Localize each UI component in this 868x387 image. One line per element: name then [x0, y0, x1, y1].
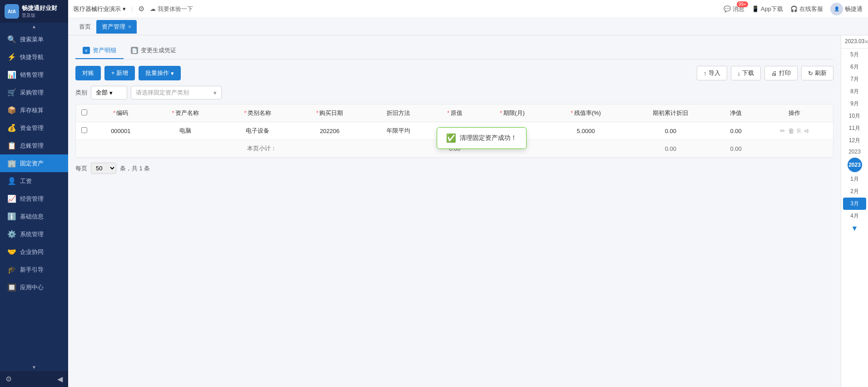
experience-icon: ☁: [150, 5, 156, 12]
cell-name: 电脑: [149, 122, 222, 140]
col-code: *编码: [92, 104, 149, 122]
support-icon: 🎧: [790, 5, 798, 12]
refresh-button[interactable]: ↻ 刷新: [801, 66, 833, 80]
filter-asset-type-placeholder: 请选择固定资产类别: [136, 89, 189, 97]
content-main: ≡ 资产明细 📄 变更生成凭证 对账 + 新增: [68, 35, 841, 387]
more-icon[interactable]: ⊲: [804, 127, 809, 134]
sidebar-item-payroll[interactable]: 👤 工资: [0, 172, 68, 190]
cell-residual-rate: 5.0000: [546, 122, 625, 140]
sidebar-item-search[interactable]: 🔍 搜索菜单: [0, 30, 68, 48]
tab-home[interactable]: 首页: [75, 20, 94, 34]
sidebar-item-label: 搜索菜单: [20, 35, 44, 44]
col-period: *期限(月): [478, 104, 546, 122]
month-4[interactable]: 4月: [843, 210, 866, 222]
company-name: 医疗器械行业演示: [74, 5, 121, 13]
toolbar-left: 对账 + 新增 批量操作 ▾: [75, 66, 181, 80]
month-7[interactable]: 7月: [843, 73, 866, 85]
sidebar-item-collab[interactable]: 🤝 企业协同: [0, 243, 68, 261]
month-2[interactable]: 2月: [843, 185, 866, 198]
month-5[interactable]: 5月: [843, 49, 866, 61]
edit-icon[interactable]: ✏: [780, 127, 785, 134]
delete-icon[interactable]: 🗑: [788, 127, 794, 134]
sidebar-item-quick-nav[interactable]: ⚡ 快捷导航: [0, 48, 68, 66]
sidebar-item-ops[interactable]: 📈 经营管理: [0, 190, 68, 208]
sub-tab-asset-list[interactable]: ≡ 资产明细: [75, 43, 124, 59]
sidebar-item-funds[interactable]: 💰 资金管理: [0, 119, 68, 137]
batch-ops-label: 批量操作: [145, 69, 169, 77]
row-checkbox[interactable]: [81, 127, 87, 133]
sidebar-scroll-up[interactable]: ▲: [0, 23, 68, 30]
filter-category-value: 全部: [96, 89, 108, 97]
sidebar-item-guide[interactable]: 🎓 新手引导: [0, 261, 68, 278]
sidebar: AtA 畅捷通好业财 普及版 ▲ 🔍 搜索菜单 ⚡ 快捷导航 📊 销售管理 🛒 …: [0, 0, 68, 387]
per-page-select[interactable]: 10 20 50 100: [91, 163, 116, 174]
settings-icon[interactable]: ⚙: [5, 375, 12, 383]
sidebar-item-apps[interactable]: 🔲 应用中心: [0, 278, 68, 296]
col-name: *资产名称: [149, 104, 222, 122]
filter-category-label: 类别: [75, 89, 87, 97]
month-8[interactable]: 8月: [843, 85, 866, 98]
experience-button[interactable]: ☁ 我要体验一下: [150, 5, 193, 13]
new-button[interactable]: + 新增: [104, 66, 135, 80]
batch-ops-button[interactable]: 批量操作 ▾: [139, 66, 181, 80]
month-11[interactable]: 11月: [843, 122, 866, 134]
subtotal-label: 本页小计：: [247, 145, 277, 152]
month-3[interactable]: 3月: [843, 198, 866, 210]
app-download-button[interactable]: 📱 App下载: [752, 5, 783, 13]
topbar-divider: |: [131, 5, 133, 12]
asset-list-icon: ≡: [83, 47, 90, 54]
month-9[interactable]: 9月: [843, 98, 866, 110]
messages-badge: 99+: [737, 1, 748, 7]
sidebar-item-basic-info[interactable]: ℹ️ 基础信息: [0, 208, 68, 225]
sidebar-item-sales[interactable]: 📊 销售管理: [0, 66, 68, 84]
sidebar-scroll-down[interactable]: ▼: [0, 363, 68, 371]
month-2023-label[interactable]: 2023: [848, 158, 862, 172]
sub-tab-change-voucher[interactable]: 📄 变更生成凭证: [124, 43, 184, 59]
sidebar-item-label: 销售管理: [20, 71, 44, 79]
sidebar-bottom: ⚙ ◀: [0, 371, 68, 387]
experience-text: 我要体验一下: [158, 5, 193, 13]
online-support-button[interactable]: 🎧 在线客服: [790, 5, 823, 13]
print-button[interactable]: 🖨 打印: [764, 66, 798, 80]
right-panel-close-icon[interactable]: ×: [864, 38, 868, 45]
sidebar-item-inventory[interactable]: 📦 库存核算: [0, 101, 68, 119]
print-icon: 🖨: [771, 70, 777, 77]
messages-button[interactable]: 💬 消息 99+: [724, 5, 744, 13]
sidebar-item-label: 新手引导: [20, 266, 44, 274]
month-12[interactable]: 12月: [843, 134, 866, 147]
col-residual-rate: *残值率(%): [546, 104, 625, 122]
month-1[interactable]: 1月: [843, 173, 866, 185]
tab-close-icon[interactable]: ×: [128, 24, 131, 30]
sidebar-item-label: 工资: [20, 177, 32, 185]
sidebar-item-purchase[interactable]: 🛒 采购管理: [0, 84, 68, 101]
sidebar-item-label: 应用中心: [20, 283, 44, 292]
year-2023-label: 2023: [848, 147, 861, 157]
copy-icon[interactable]: ⎘: [797, 127, 801, 134]
sub-tab-change-voucher-label: 变更生成凭证: [141, 46, 176, 55]
col-purchase-date: *购买日期: [293, 104, 366, 122]
collapse-icon[interactable]: ◀: [57, 375, 63, 383]
collab-icon: 🤝: [7, 248, 16, 256]
ledger-icon: 📋: [7, 141, 16, 150]
sidebar-item-fixed-assets[interactable]: 🏢 固定资产: [0, 154, 68, 172]
settings-gear-icon[interactable]: ⚙: [138, 5, 144, 13]
toast-message: 清理固定资产成功！: [460, 134, 517, 142]
month-6[interactable]: 6月: [843, 61, 866, 73]
download-button[interactable]: ↓ 下载: [731, 66, 761, 80]
month-10[interactable]: 10月: [843, 110, 866, 122]
filter-category-select[interactable]: 全部 ▾: [91, 86, 127, 99]
select-all-checkbox[interactable]: [81, 109, 87, 115]
reconcile-button[interactable]: 对账: [75, 66, 101, 80]
username: 畅捷通: [845, 5, 863, 13]
user-profile[interactable]: 👤 畅捷通: [830, 3, 863, 15]
tab-asset-management[interactable]: 资产管理 ×: [96, 20, 137, 34]
company-selector[interactable]: 医疗器械行业演示 ▾: [74, 5, 126, 13]
month-down-icon[interactable]: ▼: [843, 222, 866, 235]
filter-asset-type-input[interactable]: 请选择固定资产类别 ▾: [131, 86, 222, 99]
col-actions: 操作: [756, 104, 833, 122]
subtotal-net-value: 0.00: [716, 140, 756, 158]
sidebar-item-ledger[interactable]: 📋 总账管理: [0, 137, 68, 154]
cell-code: 000001: [92, 122, 149, 140]
import-button[interactable]: ↑ 导入: [697, 66, 727, 80]
sidebar-item-sys[interactable]: ⚙️ 系统管理: [0, 225, 68, 243]
